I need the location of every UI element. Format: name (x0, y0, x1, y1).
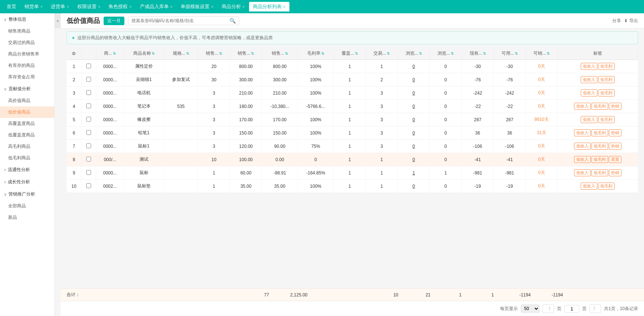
sidebar-item-商品分类销售率[interactable]: 商品分类销售率 (0, 48, 54, 60)
row-trade-count: 2 (366, 73, 398, 86)
sidebar-item-低覆盖度商品[interactable]: 低覆盖度商品 (0, 129, 54, 141)
sidebar-item-有库存的商品[interactable]: 有库存的商品 (0, 60, 54, 71)
export-button[interactable]: ⬇ 导出 (624, 18, 638, 24)
row-browse1[interactable]: 0 (398, 126, 430, 140)
row-checkbox[interactable] (86, 170, 91, 175)
sidebar-item-交易过的商品[interactable]: 交易过的商品 (0, 37, 54, 48)
nav-item-商品分析[interactable]: 商品分析× (218, 2, 248, 11)
nav-item-产成品入库单[interactable]: 产成品入库单× (136, 2, 176, 11)
row-browse2: 0 (430, 86, 462, 100)
col-header-name[interactable]: 商品名称⇅ (124, 47, 164, 60)
collapse-button[interactable]: « (55, 13, 61, 28)
row-browse1[interactable]: 0 (398, 113, 430, 126)
row-browse1[interactable]: 0 (398, 73, 430, 86)
col-header-trade_count[interactable]: 交易...⇅ (366, 47, 398, 60)
col-header-sales_profit[interactable]: 销售...⇅ (262, 47, 298, 60)
nav-item-权限设置[interactable]: 权限设置× (74, 2, 104, 11)
sidebar-group-营销推广分析[interactable]: ∨营销推广分析 (0, 188, 54, 200)
row-browse1[interactable]: 0 (398, 60, 430, 73)
col-header-sales_amount[interactable]: 销售...⇅ (230, 47, 262, 60)
nav-close-icon[interactable]: × (129, 4, 131, 9)
period-button[interactable]: 近一月 (104, 17, 124, 25)
nav-close-icon[interactable]: × (98, 4, 100, 9)
col-header-gross_margin[interactable]: 毛利率⇅ (298, 47, 334, 60)
sidebar-group-整体信息[interactable]: ∨整体信息 (0, 13, 54, 26)
row-browse1[interactable]: 0 (398, 153, 430, 166)
row-sales-profit: -10,380... (262, 100, 298, 113)
row-checkbox[interactable] (86, 143, 91, 148)
row-sales-profit: 90.00 (262, 140, 298, 153)
sidebar-item-低毛利商品[interactable]: 低毛利商品 (0, 152, 54, 164)
nav-close-icon[interactable]: × (170, 4, 172, 9)
col-header-available[interactable]: 可用...⇅ (494, 47, 526, 60)
first-page-button[interactable]: 〈 (543, 304, 554, 313)
tag-badge: 低毛利 (591, 143, 608, 150)
sort-icon: ⇅ (515, 51, 518, 55)
nav-close-icon[interactable]: × (67, 4, 69, 9)
row-browse1[interactable]: 0 (398, 86, 430, 100)
sidebar-item-新品[interactable]: 新品 (0, 212, 54, 223)
col-header-coverage[interactable]: 覆盖...⇅ (334, 47, 366, 60)
row-checkbox[interactable] (86, 157, 91, 162)
row-browse1[interactable]: 1 (398, 166, 430, 180)
info-text: 这部分商品的销售收入大幅低于商品平均销售收入，价值不高，可考虑调整营销策略，或是… (77, 35, 273, 41)
col-header-settings: ⚙ (67, 47, 81, 60)
row-checkbox[interactable] (86, 117, 91, 122)
nav-close-icon[interactable]: × (283, 4, 285, 9)
sidebar-item-高覆盖度商品[interactable]: 高覆盖度商品 (0, 118, 54, 129)
col-header-spec[interactable]: 规格...⇅ (164, 47, 198, 60)
next-page-button[interactable]: 〉 (590, 304, 601, 313)
row-sales-amount: 170.00 (230, 113, 262, 126)
nav-close-icon[interactable]: × (211, 4, 213, 9)
row-checkbox[interactable] (86, 103, 91, 108)
sidebar-item-低价值商品[interactable]: 低价值商品 (0, 106, 54, 118)
table-row: 90000...鼠标160.00-98.91-164.85%1111-981-9… (67, 166, 638, 180)
row-sales-amount: 150.00 (230, 126, 262, 140)
nav-item-单据模板设置[interactable]: 单据模板设置× (177, 2, 217, 11)
col-header-code[interactable]: 商...⇅ (96, 47, 124, 60)
sidebar-group-成长性分析[interactable]: >成长性分析 (0, 176, 54, 188)
col-header-sales_qty[interactable]: 销售...⇅ (198, 47, 230, 60)
page-header: 低价值商品 近一月 🔍 分享 ⬇ 导出 (61, 13, 644, 28)
page-number-input[interactable] (564, 305, 579, 313)
search-input[interactable] (131, 18, 229, 23)
row-browse2: 1 (430, 166, 462, 180)
page-size-select[interactable]: 50 100 (521, 305, 540, 313)
row-current-stock: -41 (462, 153, 493, 166)
nav-close-icon[interactable]: × (40, 4, 43, 9)
sidebar-group-贡献值分析[interactable]: ∨贡献值分析 (0, 83, 54, 95)
row-code: 0000... (96, 126, 124, 140)
row-index: 9 (67, 166, 81, 180)
nav-item-角色授权[interactable]: 角色授权× (105, 2, 135, 11)
row-index: 3 (67, 86, 81, 100)
nav-item-进货单[interactable]: 进货单× (47, 2, 73, 11)
sidebar-item-库存资金占用[interactable]: 库存资金占用 (0, 71, 54, 83)
nav-close-icon[interactable]: × (242, 4, 245, 9)
sidebar-item-高价值商品[interactable]: 高价值商品 (0, 95, 54, 106)
row-browse1[interactable]: 0 (398, 100, 430, 113)
nav-item-销货单[interactable]: 销货单× (21, 2, 46, 11)
row-trade-count: 1 (366, 180, 398, 193)
row-checkbox[interactable] (86, 130, 91, 135)
sidebar-item-高毛利商品[interactable]: 高毛利商品 (0, 141, 54, 152)
sidebar-group-流通性分析[interactable]: >流通性分析 (0, 164, 54, 176)
row-browse1[interactable]: 0 (398, 180, 430, 193)
row-checkbox[interactable] (86, 64, 91, 68)
row-checkbox[interactable] (86, 183, 91, 188)
row-sellable: 0天 (526, 73, 557, 86)
nav-item-商品分析列表[interactable]: 商品分析列表× (249, 2, 289, 11)
page-label-text2: 页 (582, 306, 587, 312)
col-header-browse2[interactable]: 浏览...⇅ (430, 47, 462, 60)
share-button[interactable]: 分享 (612, 18, 621, 24)
tag-badge: 低毛利 (598, 76, 615, 83)
sidebar-item-全部商品[interactable]: 全部商品 (0, 200, 54, 212)
row-checkbox[interactable] (86, 90, 91, 95)
col-header-sellable[interactable]: 可销...⇅ (526, 47, 557, 60)
sidebar-item-销售类商品[interactable]: 销售类商品 (0, 26, 54, 37)
row-checkbox[interactable] (86, 77, 91, 82)
col-header-current_stock[interactable]: 现有...⇅ (462, 47, 493, 60)
row-gross-margin: -164.85% (298, 166, 334, 180)
row-browse1[interactable]: 0 (398, 140, 430, 153)
nav-item-首页[interactable]: 首页 (3, 2, 20, 11)
col-header-browse1[interactable]: 浏览...⇅ (398, 47, 430, 60)
